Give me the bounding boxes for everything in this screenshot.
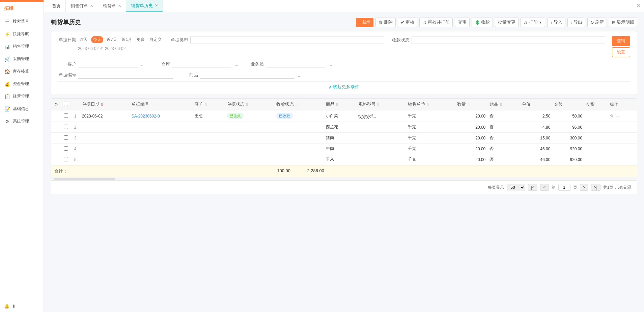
date-tag-custom[interactable]: 自定义 [148, 36, 163, 43]
sidebar-item-purchase-mgmt[interactable]: 🛒 采购管理 [0, 53, 44, 65]
more-icon[interactable]: ⋯ [616, 113, 621, 119]
collect-button[interactable]: 💲 收款 [472, 18, 493, 27]
doc-type-select[interactable] [190, 36, 384, 44]
last-page-button[interactable]: >| [591, 184, 600, 191]
tab-close-sales-order[interactable]: ✕ [90, 4, 93, 8]
date-tag-7days[interactable]: 近7天 [105, 36, 118, 43]
sidebar-item-finance-mgmt[interactable]: 💰 资金管理 [0, 78, 44, 90]
refresh-button[interactable]: ↻ 刷新 [587, 18, 607, 27]
sort-qty-icon[interactable]: ⇅ [467, 103, 470, 106]
edit-icon[interactable]: ✎ [610, 113, 614, 119]
row-checkbox[interactable] [61, 122, 71, 133]
row-checkbox[interactable] [61, 154, 71, 165]
discard-button[interactable]: 弃审 [455, 18, 470, 27]
next-page-button[interactable]: > [580, 184, 588, 191]
salesperson-input[interactable] [266, 60, 325, 68]
horizontal-scrollbar[interactable] [51, 177, 637, 180]
sort-spec-icon[interactable]: ⇅ [377, 103, 380, 106]
sort-docstatus-icon[interactable]: ⇅ [246, 103, 248, 106]
sidebar-item-base-info[interactable]: 📝 基础信息 [0, 103, 44, 115]
row-checkbox[interactable] [61, 133, 71, 144]
pause-icon[interactable]: ⏸ [12, 304, 17, 309]
cell-docno[interactable] [130, 144, 193, 154]
tab-close-sales-history[interactable]: ✕ [155, 3, 158, 8]
row-checkbox[interactable] [61, 110, 71, 122]
notification-icon[interactable]: 🔔 [4, 304, 9, 309]
date-tag-1month[interactable]: 近1月 [120, 36, 134, 43]
date-tag-today[interactable]: 今天 [91, 36, 103, 43]
col-docno[interactable]: 单据编号 ⇅ [130, 99, 193, 110]
audit-button[interactable]: ✔ 审核 [398, 18, 417, 27]
page-input[interactable]: 1 [558, 184, 570, 191]
settings-button[interactable]: 设置 [612, 47, 630, 57]
export-button[interactable]: ↓ 导出 [567, 18, 586, 27]
col-date[interactable]: 单据日期 ⇅ [80, 99, 130, 110]
tab-sales-order[interactable]: 销售订单 ✕ [66, 0, 98, 12]
col-spec[interactable]: 规格型号 ⇅ [356, 99, 406, 110]
cell-docno[interactable] [130, 122, 193, 133]
doc-number-input[interactable] [78, 71, 173, 79]
select-all-checkbox[interactable] [64, 102, 68, 106]
sort-paymentstatus-icon[interactable]: ⇅ [295, 103, 298, 106]
col-settings[interactable]: ⚙ [51, 99, 61, 110]
customer-input[interactable] [78, 60, 138, 68]
cell-docno[interactable]: SA-20230602-0 [130, 110, 193, 122]
tab-close-sales-goods[interactable]: ✕ [118, 4, 121, 8]
sidebar-item-quick-nav[interactable]: ⚡ 快捷导航 [0, 28, 44, 40]
col-gift[interactable]: 赠品 ⇅ [487, 99, 520, 110]
sort-date-icon[interactable]: ⇅ [101, 103, 103, 106]
tab-sales-history[interactable]: 销货单历史 ✕ [126, 0, 163, 12]
tab-sales-goods[interactable]: 销货单 ✕ [98, 0, 126, 12]
query-button[interactable]: 查询 [612, 36, 630, 46]
col-doc-status[interactable]: 单据状态 ⇅ [225, 99, 275, 110]
sidebar-item-sys-mgmt[interactable]: ⚙ 系统管理 [0, 115, 44, 128]
row-select-checkbox[interactable] [64, 125, 68, 129]
sort-docno-icon[interactable]: ⇅ [150, 103, 153, 106]
print-button[interactable]: 🖨 打印 ▼ [521, 18, 545, 27]
sidebar-item-ops-mgmt[interactable]: 📋 经营管理 [0, 90, 44, 103]
display-button[interactable]: ⊞ 显示明细 [609, 18, 637, 27]
payment-status-select[interactable] [412, 36, 605, 44]
collapse-filter-button[interactable]: ∧ 收起更多条件 [58, 81, 630, 90]
new-button[interactable]: + 新增 [356, 18, 373, 27]
sidebar-item-stock-calc[interactable]: 🏠 库存核算 [0, 65, 44, 78]
col-checkbox[interactable] [61, 99, 71, 110]
warehouse-input[interactable] [172, 60, 231, 68]
import-button[interactable]: ↑ 导入 [547, 18, 565, 27]
batch-change-button[interactable]: 批量变更 [495, 18, 519, 27]
sort-gift-icon[interactable]: ⇅ [500, 103, 502, 106]
col-goods[interactable]: 商品 ⇅ [324, 99, 356, 110]
sort-goods-icon[interactable]: ⇅ [336, 103, 338, 106]
cell-docno[interactable] [130, 133, 193, 144]
sort-unit-icon[interactable]: ⇅ [426, 103, 429, 106]
col-price[interactable]: 单价 ⇅ [520, 99, 552, 110]
date-tag-yesterday[interactable]: 昨天 [78, 36, 89, 43]
prev-page-button[interactable]: < [540, 184, 549, 191]
scrollbar-thumb[interactable] [54, 178, 115, 180]
per-page-select[interactable]: 50 100 [507, 184, 525, 191]
sidebar-item-search-menu[interactable]: ☰ 搜索菜单 [0, 15, 44, 28]
sort-customer-icon[interactable]: ⇅ [204, 103, 207, 106]
row-select-checkbox[interactable] [64, 157, 68, 161]
goods-input[interactable] [200, 71, 295, 79]
cell-docno[interactable] [130, 154, 193, 165]
sidebar-item-sales-mgmt[interactable]: 📊 销售管理 [0, 40, 44, 53]
row-select-checkbox[interactable] [64, 113, 68, 118]
customer-dots[interactable]: ... [141, 62, 145, 67]
row-checkbox[interactable] [61, 144, 71, 154]
tab-home[interactable]: 首页 [47, 0, 66, 12]
row-select-checkbox[interactable] [64, 146, 68, 151]
salesperson-dots[interactable]: ... [329, 62, 332, 67]
date-tag-more[interactable]: 更多 [135, 36, 146, 43]
goods-dots[interactable]: ... [298, 73, 302, 78]
warehouse-dots[interactable]: ... [235, 62, 239, 67]
close-all-tabs[interactable]: ✕ [636, 3, 641, 9]
row-select-checkbox[interactable] [64, 135, 68, 140]
col-unit[interactable]: 销售单位 ⇅ [406, 99, 455, 110]
col-qty[interactable]: 数量 ⇅ [455, 99, 487, 110]
first-page-button[interactable]: |< [528, 184, 537, 191]
sort-price-icon[interactable]: ⇅ [532, 103, 535, 106]
delete-button[interactable]: 🗑 删除 [375, 18, 396, 27]
col-customer[interactable]: 客户 ⇅ [193, 99, 225, 110]
col-payment-status[interactable]: 收款状态 ⇅ [274, 99, 324, 110]
